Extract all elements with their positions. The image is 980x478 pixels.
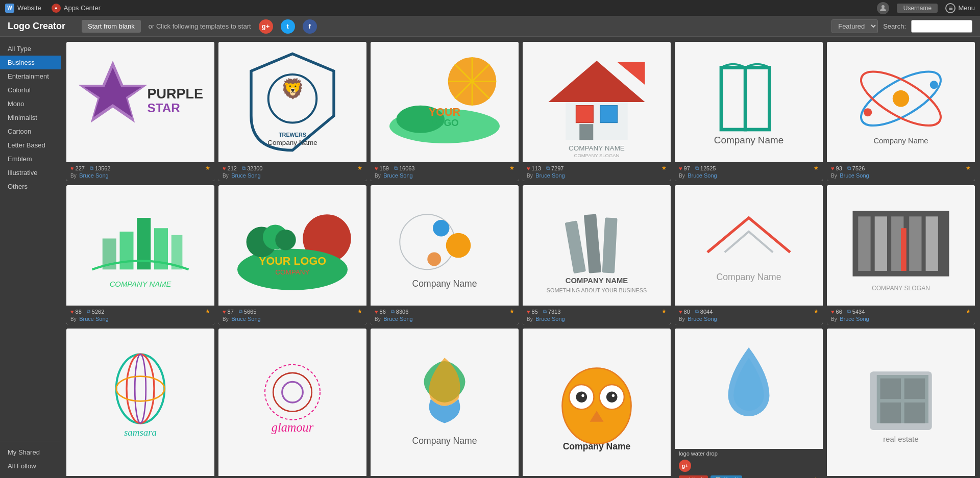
start-blank-button[interactable]: Start from blank [82,20,141,33]
sidebar-item-colorful[interactable]: Colorful [0,83,61,97]
heart-icon: ♥ [70,309,74,315]
svg-text:COMPANY: COMPANY [275,268,309,276]
facebook-icon[interactable]: f [303,19,317,34]
svg-rect-90 [880,402,901,423]
username-display[interactable]: Username [897,4,938,13]
card-footer: ♥ 85 ⧉ 7313 ★ By Bruce Song [523,306,671,324]
star-icon[interactable]: ★ [814,308,819,315]
svg-text:COMPANY SLOGAN: COMPANY SLOGAN [872,285,930,292]
logo-card[interactable]: Company Name ♥ 60 ⧉ 4655 ★ By Bruce Song [371,329,519,478]
card-image: COMPANY NAME [66,185,214,306]
sidebar-item-my-shared[interactable]: My Shared [0,445,61,459]
by-label: By [70,173,77,179]
sidebar-bottom: My SharedAll Follow [0,441,61,473]
app-title: Logo Creator [8,21,74,32]
svg-text:TREWERS: TREWERS [279,132,306,138]
logo-card[interactable]: glamour ♥ 62 ⧉ 3506 ★ By Bruce Song [218,329,366,478]
logo-card[interactable]: Company Name ♥ 97 ⧉ 12525 ★ By Bruce Son… [675,42,823,181]
star-icon[interactable]: ★ [357,308,362,315]
svg-text:YOUR LOGO: YOUR LOGO [259,255,326,267]
card-footer: ♥ 66 ⧉ 5434 ★ By Bruce Song [827,306,975,324]
svg-rect-53 [565,220,586,273]
logo-card[interactable]: YOUR LOGO COMPANY ♥ 87 ⧉ 5665 ★ By Bruce… [218,185,366,324]
sidebar-item-letter-based[interactable]: Letter Based [0,138,61,152]
logo-card[interactable]: Company Name ♥ 80 ⧉ 8044 ★ By Bruce Song [675,185,823,324]
card-author: Bruce Song [535,172,565,179]
svg-rect-88 [880,378,901,399]
copy-icon: ⧉ [695,309,699,315]
menu-label: Menu [958,4,975,12]
logo-card[interactable]: real estate ♥ 57 ⧉ 4250 ★ By Bruce Song [827,329,975,478]
svg-rect-54 [584,214,601,273]
copies-stat: ⧉ 8306 [391,309,408,315]
by-label: By [527,173,533,179]
star-icon[interactable]: ★ [509,165,514,171]
menu-button[interactable]: ≡ Menu [945,3,975,13]
svg-text:PURPLE: PURPLE [148,86,204,102]
website-nav-item[interactable]: W Website [5,4,41,13]
logo-card[interactable]: YOUR LOGO ♥ 159 ⧉ 16063 ★ By Bruce Song [371,42,519,181]
star-icon[interactable]: ★ [509,308,514,315]
sidebar-item-illustrative[interactable]: Illustrative [0,166,61,180]
svg-point-69 [135,354,146,423]
sidebar-item-entertainment[interactable]: Entertainment [0,69,61,83]
star-icon[interactable]: ★ [205,165,210,171]
apps-icon: ● [52,4,61,13]
by-label: By [831,316,837,322]
star-icon[interactable]: ★ [966,308,971,315]
apps-nav-item[interactable]: ● Apps Center [52,4,101,13]
logo-card[interactable]: COMPANY NAME ♥ 88 ⧉ 5262 ★ By Bruce Song [66,185,214,324]
logo-card[interactable]: logo water dropg+ ❤ Like It 📋 Use It ★ B… [675,329,823,478]
sidebar-item-cartoon[interactable]: Cartoon [0,124,61,138]
heart-icon: ♥ [527,309,530,315]
sidebar-item-all-type[interactable]: All Type [0,42,61,56]
logo-card[interactable]: Company Name ♥ 86 ⧉ 8306 ★ By Bruce Song [371,185,519,324]
sub-header: Logo Creator Start from blank or Click f… [0,16,980,37]
logo-card[interactable]: PURPLE STAR ♥ 227 ⧉ 13562 ★ By Bruce Son… [66,42,214,181]
svg-rect-35 [120,232,134,269]
logo-card[interactable]: samsara ♥ 62 ⧉ 4083 ★ By Bruce Song [66,329,214,478]
svg-text:Company Name: Company Name [873,137,928,145]
like-button[interactable]: ❤ Like It [679,475,708,478]
card-image: Company Name [827,42,975,162]
svg-text:glamour: glamour [272,420,314,434]
star-icon[interactable]: ★ [662,165,667,171]
sidebar-item-business[interactable]: Business [0,56,61,69]
copy-icon: ⧉ [90,165,93,171]
card-image: COMPANY NAME COMPANY SLOGAN [523,42,671,162]
star-icon[interactable]: ★ [205,308,210,315]
svg-marker-2 [84,68,141,117]
star-icon[interactable]: ★ [814,165,819,171]
sidebar-item-emblem[interactable]: Emblem [0,152,61,166]
logo-card[interactable]: COMPANY NAME COMPANY SLOGAN ♥ 113 ⧉ 7297… [523,42,671,181]
by-label: By [223,316,229,322]
search-input[interactable] [911,20,972,33]
google-plus-icon[interactable]: g+ [259,19,273,34]
sub-header-right: Featured Newest Popular Search: [831,19,972,33]
svg-marker-19 [618,62,645,85]
use-it-button[interactable]: 📋 Use It [710,475,742,478]
logo-card[interactable]: COMPANY SLOGAN ♥ 66 ⧉ 5434 ★ By Bruce So… [827,185,975,324]
copies-stat: ⧉ 5434 [847,309,865,315]
star-icon[interactable]: ★ [966,165,971,171]
sidebar-item-mono[interactable]: Mono [0,97,61,111]
svg-rect-64 [909,216,921,271]
sidebar-item-others[interactable]: Others [0,180,61,193]
sidebar-item-all-follow[interactable]: All Follow [0,459,61,473]
heart-icon: ♥ [223,309,226,315]
star-icon[interactable]: ★ [662,308,667,315]
featured-select[interactable]: Featured Newest Popular [831,19,878,33]
star-icon[interactable]: ★ [357,165,362,171]
logo-card[interactable]: Company Name ♥ 93 ⧉ 7526 ★ By Bruce Song [827,42,975,181]
logo-card[interactable]: COMPANY NAME SOMETHING ABOUT YOUR BUSINE… [523,185,671,324]
card-footer: ♥ 113 ⧉ 7297 ★ By Bruce Song [523,162,671,181]
card-author: Bruce Song [231,172,260,179]
card-by-row: By Bruce Song [679,172,819,179]
logo-card[interactable]: Company Name ♥ 59 ⧉ 6403 ★ By Bruce Song [523,329,671,478]
card-stats: ♥ 212 ⧉ 32300 ★ [223,165,362,171]
twitter-icon[interactable]: t [281,19,295,34]
user-avatar-icon[interactable] [877,2,889,14]
sidebar-item-minimalist[interactable]: Minimalist [0,111,61,124]
heart-icon: ♥ [527,165,530,171]
logo-card[interactable]: 🦁 TREWERS Company Name ♥ 212 ⧉ 32300 ★ B… [218,42,366,181]
